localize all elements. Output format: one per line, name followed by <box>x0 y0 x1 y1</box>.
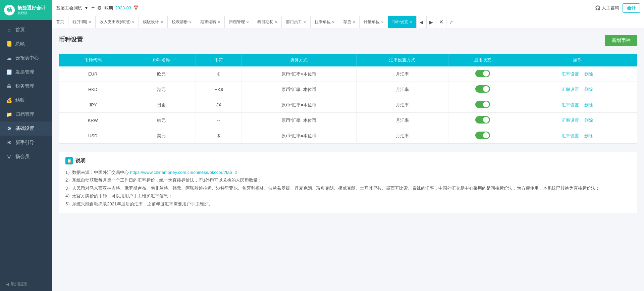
note-icon: 📋 <box>65 157 73 164</box>
sidebar-item-archive[interactable]: 📁归档管理 <box>0 107 52 122</box>
note-item: 3）人民币对马来西亚林吉特、俄罗斯卢布、南非兰特、韩元、阿联酋迪拉姆、沙特里亚尔… <box>65 184 631 192</box>
tab-currency[interactable]: 币种设置 × <box>388 16 417 28</box>
sidebar-item-tax[interactable]: 🏛税务管理 <box>0 79 52 93</box>
cell-2: -- <box>196 113 241 128</box>
col-header: 操作 <box>517 54 637 66</box>
rate-setting-link-HKD[interactable]: 汇率设置 <box>561 87 579 92</box>
currency-table-wrapper: 币种代码币种名称币符折算方式汇率设置方式启用状态操作 EUR欧元€原币*汇率=本… <box>59 54 637 144</box>
topbar-right: 🎧 人工咨询 会计 <box>595 3 640 13</box>
new-currency-btn[interactable]: 新增币种 <box>605 35 637 46</box>
rate-setting-link-KRW[interactable]: 汇率设置 <box>561 118 579 123</box>
tab-close-inventory[interactable]: × <box>353 19 355 25</box>
tab-expand-btn[interactable]: ⤢ <box>446 16 456 28</box>
tab-nav-right[interactable]: ▶ <box>426 16 436 28</box>
enable-toggle-EUR[interactable] <box>475 70 490 77</box>
tab-archive[interactable]: 归档管理 × <box>225 16 253 28</box>
tab-home[interactable]: 首页 <box>52 16 68 28</box>
logo-subtitle: 旗舰版 <box>17 11 46 15</box>
enable-toggle-JPY[interactable] <box>475 101 490 108</box>
cell-toggle <box>448 97 517 113</box>
col-header: 折算方式 <box>241 54 357 66</box>
tab-units[interactable]: 计量单位 × <box>360 16 388 28</box>
tab-nav-left[interactable]: ◀ <box>417 16 426 28</box>
sidebar-item-settings[interactable]: ⚙基础设置 <box>0 122 52 136</box>
accountant-btn[interactable]: 会计 <box>623 3 640 13</box>
project-name: 基层工会测试 <box>56 5 82 11</box>
col-header: 币种代码 <box>59 54 127 66</box>
tab-close-archive[interactable]: × <box>246 19 249 25</box>
logo-title: 畅捷通好会计 <box>17 5 46 11</box>
currency-table: 币种代码币种名称币符折算方式汇率设置方式启用状态操作 EUR欧元€原币*汇率=本… <box>59 54 637 144</box>
tab-partners[interactable]: 往来单位 × <box>311 16 339 28</box>
nav-label-invoice: 发票管理 <box>15 69 34 75</box>
enable-toggle-HKD[interactable] <box>475 85 490 93</box>
tab-bs[interactable]: 砡(中期) × <box>68 16 96 28</box>
service-btn[interactable]: 🎧 人工咨询 <box>595 5 619 11</box>
pin-icon: ◀ <box>6 282 9 287</box>
nav-icon-home: ⌂ <box>6 27 12 33</box>
tab-template[interactable]: 模版设计 × <box>139 16 167 28</box>
tab-close-units[interactable]: × <box>381 19 384 25</box>
page-title: 币种设置 <box>59 36 83 44</box>
tab-close-dept[interactable]: × <box>303 19 306 25</box>
delete-link-KRW[interactable]: 删除 <box>584 118 593 123</box>
project-selector[interactable]: 基层工会测试 ▼ <box>56 5 89 11</box>
delete-link-USD[interactable]: 删除 <box>584 133 593 138</box>
service-label: 人工咨询 <box>602 5 619 11</box>
sidebar-item-settlement[interactable]: 💰结账 <box>0 93 52 107</box>
logo: 畅 畅捷通好会计 旗舰版 <box>0 0 52 20</box>
topbar-gear-icon[interactable]: ⚙ <box>97 5 102 11</box>
enable-toggle-USD[interactable] <box>475 132 490 139</box>
note-item: 4）无官方牌价的币种，可以用用户手工维护汇率信息； <box>65 192 631 200</box>
nav-label-guide: 新手引导 <box>15 140 34 146</box>
tab-label-currency: 币种设置 <box>392 19 408 25</box>
logo-icon: 畅 <box>4 5 15 15</box>
delete-link-EUR[interactable]: 删除 <box>584 71 593 77</box>
sidebar-item-guide[interactable]: ✱新手引导 <box>0 136 52 150</box>
tab-close-tax[interactable]: × <box>189 19 192 25</box>
nav-label-settings: 基础设置 <box>15 126 34 132</box>
rate-setting-link-USD[interactable]: 汇率设置 <box>561 133 579 138</box>
tab-close-currency[interactable]: × <box>410 19 412 25</box>
sidebar-item-reports[interactable]: ☁云报表中心 <box>0 51 52 65</box>
note-link[interactable]: https://www.chinamoney.com.cn/chinese/bk… <box>130 170 237 175</box>
sidebar-item-invoice[interactable]: 🧾发票管理 <box>0 65 52 79</box>
tab-close-bs[interactable]: × <box>89 19 91 25</box>
cell-3: 原币*汇率=本位币 <box>241 113 357 128</box>
headset-icon: 🎧 <box>595 5 600 10</box>
rate-setting-link-EUR[interactable]: 汇率设置 <box>561 71 579 77</box>
tab-close-period_end[interactable]: × <box>218 19 220 25</box>
period-selector[interactable]: 账期 2023-03 📅 <box>104 5 139 11</box>
tab-tax[interactable]: 税表清册 × <box>168 16 196 28</box>
note-list: 1）数据来源：中国外汇交易中心 https://www.chinamoney.c… <box>65 168 631 208</box>
delete-link-JPY[interactable]: 删除 <box>584 102 593 107</box>
delete-link-HKD[interactable]: 删除 <box>584 87 593 92</box>
cell-0: USD <box>59 128 127 144</box>
nav-label-tax: 税务管理 <box>15 83 34 89</box>
tab-subjects[interactable]: 科目期初 × <box>253 16 282 28</box>
cell-3: 原币*汇率=本位币 <box>241 97 357 113</box>
sidebar-pin-toggle[interactable]: ◀ 取消固定 <box>0 277 52 291</box>
tab-label-template: 模版设计 <box>143 19 159 25</box>
sidebar-item-member[interactable]: V畅会员 <box>0 150 52 164</box>
tab-dept[interactable]: 部门员工 × <box>282 16 310 28</box>
tab-income[interactable]: 收入支出表(年报) × <box>96 16 139 28</box>
tab-close-all-btn[interactable]: ✕ <box>436 16 446 28</box>
rate-setting-link-JPY[interactable]: 汇率设置 <box>561 102 579 107</box>
tab-close-subjects[interactable]: × <box>275 19 277 25</box>
enable-toggle-KRW[interactable] <box>475 116 490 124</box>
note-item: 1）数据来源：中国外汇交易中心 https://www.chinamoney.c… <box>65 168 631 176</box>
sidebar-item-home[interactable]: ⌂首页 <box>0 23 52 37</box>
tab-period_end[interactable]: 期末结转 × <box>196 16 225 28</box>
tab-close-template[interactable]: × <box>160 19 163 25</box>
tab-inventory[interactable]: 存货 × <box>339 16 360 28</box>
tab-close-partners[interactable]: × <box>332 19 335 25</box>
nav-label-home: 首页 <box>15 27 25 33</box>
sidebar-item-ledger[interactable]: 📒总账 <box>0 37 52 51</box>
tab-label-archive: 归档管理 <box>229 19 245 25</box>
nav-label-ledger: 总账 <box>15 41 25 47</box>
tab-close-income[interactable]: × <box>132 19 135 25</box>
topbar-add-btn[interactable]: + <box>91 4 95 11</box>
nav-label-settlement: 结账 <box>15 97 25 103</box>
sidebar-nav: ⌂首页📒总账☁云报表中心🧾发票管理🏛税务管理💰结账📁归档管理⚙基础设置✱新手引导… <box>0 20 52 277</box>
